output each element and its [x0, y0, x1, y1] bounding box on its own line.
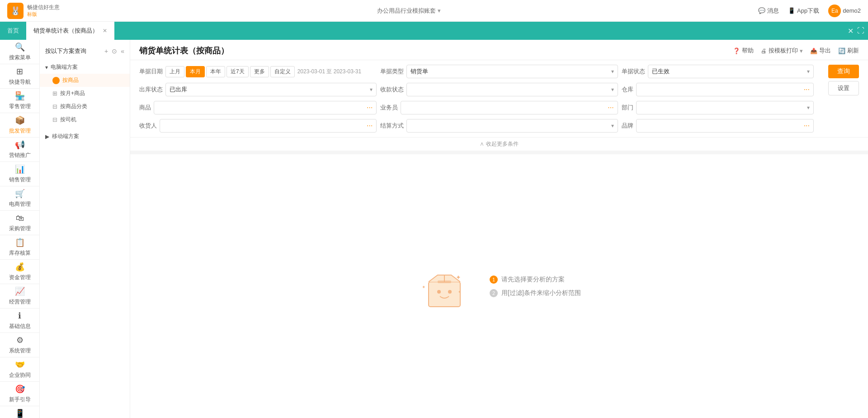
department-chevron-icon: ▾ — [807, 104, 810, 111]
last-month-btn[interactable]: 上月 — [165, 66, 184, 77]
sidebar-item-enterprise[interactable]: 🤝 企业协同 — [0, 357, 39, 382]
sidebar-item-search-menu[interactable]: 🔍 搜索菜单 — [0, 40, 39, 64]
brand-input[interactable]: ··· — [636, 119, 814, 133]
empty-step2: 2 用[过滤]条件来缩小分析范围 — [490, 289, 581, 297]
pc-section-arrow-icon: ▾ — [45, 64, 48, 71]
purchase-icon: 🛍 — [16, 214, 24, 223]
workspace-selector[interactable]: 办公用品行业模拟账套 ▾ — [377, 7, 441, 15]
newbie-icon: 🎯 — [15, 384, 25, 394]
tab-bar-right: ✕ ⛶ — [848, 22, 868, 40]
expand-window-icon[interactable]: ⛶ — [857, 27, 864, 35]
avatar: Ea — [828, 5, 841, 17]
filter-section: 单据日期 上月 本月 本年 近7天 更多 自定义 2023-03-01 至 20… — [130, 60, 868, 137]
filter-row-2: 出库状态 已出库 ▾ 收款状态 ▾ 仓库 — [139, 83, 859, 96]
panel-leaf-by-category[interactable]: ⊟ 按商品分类 — [40, 100, 130, 113]
sidebar-item-marketing[interactable]: 📢 营销推广 — [0, 138, 39, 162]
single-type-label: 单据类型 — [380, 67, 404, 76]
query-btn[interactable]: 查询 — [828, 65, 859, 78]
salesperson-input[interactable]: ··· — [401, 101, 618, 114]
export-btn[interactable]: 📤 导出 — [810, 47, 831, 55]
single-type-dropdown[interactable]: 销货单 ▾ — [406, 65, 618, 78]
more-btn[interactable]: 更多 — [250, 66, 269, 77]
last7days-btn[interactable]: 近7天 — [226, 66, 249, 77]
warehouse-dots-icon[interactable]: ··· — [804, 86, 810, 94]
sales-icon: 📊 — [15, 164, 25, 174]
sidebar-item-system[interactable]: ⚙ 系统管理 — [0, 333, 39, 357]
pc-section: ▾ 电脑端方案 按商品 ⊞ 按月+商品 ⊟ 按商品分类 ⊟ 按司机 — [40, 59, 130, 128]
tab-sales-stat[interactable]: 销货单统计表（按商品） ✕ — [26, 22, 114, 40]
sidebar-item-ecommerce[interactable]: 🛒 电商管理 — [0, 186, 39, 211]
this-year-btn[interactable]: 本年 — [206, 66, 225, 77]
sidebar-item-retail[interactable]: 🏪 零售管理 — [0, 89, 39, 113]
panel-leaf-by-product[interactable]: 按商品 — [40, 74, 130, 87]
panel-collapse-icon[interactable]: « — [121, 48, 124, 55]
appstore-icon: 📱 — [15, 408, 25, 418]
page-title-row: 销货单统计表（按商品） ❓ 帮助 🖨 按模板打印 ▾ 📤 导出 🔄 刷新 — [130, 40, 868, 60]
sidebar-item-inventory[interactable]: 📋 库存核算 — [0, 235, 39, 260]
left-panel: 按以下方案查询 + ⊙ « ▾ 电脑端方案 按商品 ⊞ 按月+商品 ⊟ — [40, 40, 130, 418]
close-window-icon[interactable]: ✕ — [848, 27, 854, 35]
receiver-dots-icon[interactable]: ··· — [367, 122, 373, 130]
department-dropdown[interactable]: ▾ — [636, 101, 814, 114]
sidebar-item-quick-nav[interactable]: ⊞ 快捷导航 — [0, 64, 39, 89]
sidebar-item-basic[interactable]: ℹ 基础信息 — [0, 309, 39, 333]
panel-leaf-by-driver[interactable]: ⊟ 按司机 — [40, 113, 130, 126]
help-btn[interactable]: ❓ 帮助 — [733, 47, 754, 55]
header-right: 💬 消息 📱 App下载 Ea demo2 — [758, 5, 861, 17]
product-label: 商品 — [139, 104, 151, 112]
message-icon: 💬 — [758, 7, 765, 14]
product-dots-icon[interactable]: ··· — [367, 104, 373, 112]
brand-dots-icon[interactable]: ··· — [804, 122, 810, 130]
sidebar-item-purchase[interactable]: 🛍 采购管理 — [0, 211, 39, 235]
delivery-status-dropdown[interactable]: 已出库 ▾ — [165, 83, 377, 96]
workspace-arrow-icon: ▾ — [438, 7, 441, 14]
single-date-filter: 单据日期 上月 本月 本年 近7天 更多 自定义 2023-03-01 至 20… — [139, 66, 377, 77]
export-icon: 📤 — [810, 48, 817, 54]
custom-btn[interactable]: 自定义 — [270, 66, 295, 77]
mobile-section: ▶ 移动端方案 — [40, 128, 130, 145]
warehouse-input[interactable]: ··· — [636, 83, 814, 96]
settings-btn[interactable]: 设置 — [828, 81, 859, 95]
department-label: 部门 — [622, 104, 633, 112]
system-icon: ⚙ — [16, 335, 24, 345]
receiver-input[interactable]: ··· — [160, 119, 377, 133]
delivery-status-chevron-icon: ▾ — [370, 86, 373, 93]
department-filter: 部门 ▾ — [622, 101, 859, 114]
panel-settings-icon[interactable]: ⊙ — [112, 48, 117, 55]
message-btn[interactable]: 💬 消息 — [758, 7, 779, 15]
marketing-icon: 📢 — [15, 140, 25, 150]
tab-home[interactable]: 首页 — [0, 22, 26, 40]
single-status-filter: 单据状态 已生效 ▾ — [622, 65, 859, 78]
settlement-filter: 结算方式 ▾ — [380, 119, 618, 133]
single-status-chevron-icon: ▾ — [807, 68, 810, 75]
collapse-bar[interactable]: ∧ 收起更多条件 — [130, 137, 868, 151]
pc-section-title[interactable]: ▾ 电脑端方案 — [40, 61, 130, 74]
this-month-btn[interactable]: 本月 — [186, 66, 205, 77]
by-product-dot-icon — [52, 77, 60, 84]
svg-point-3 — [437, 290, 441, 294]
help-icon: ❓ — [733, 48, 740, 54]
receipt-status-dropdown[interactable]: ▾ — [406, 83, 618, 96]
refresh-btn[interactable]: 🔄 刷新 — [838, 47, 859, 55]
user-menu[interactable]: Ea demo2 — [828, 5, 861, 17]
retail-icon: 🏪 — [15, 91, 25, 101]
sidebar-item-newbie[interactable]: 🎯 新手引导 — [0, 382, 39, 406]
panel-add-icon[interactable]: + — [104, 48, 108, 55]
tab-close-icon[interactable]: ✕ — [103, 28, 107, 34]
sidebar-item-appstore[interactable]: 📱 应用中心 — [0, 406, 39, 418]
panel-leaf-by-month-product[interactable]: ⊞ 按月+商品 — [40, 87, 130, 100]
content-area: 销货单统计表（按商品） ❓ 帮助 🖨 按模板打印 ▾ 📤 导出 🔄 刷新 — [130, 40, 868, 418]
sidebar-item-finance[interactable]: 💰 资金管理 — [0, 260, 39, 284]
salesperson-dots-icon[interactable]: ··· — [608, 104, 613, 112]
app-download-btn[interactable]: 📱 App下载 — [788, 7, 819, 15]
sidebar-item-sales[interactable]: 📊 销售管理 — [0, 162, 39, 186]
settlement-dropdown[interactable]: ▾ — [406, 119, 618, 133]
sidebar-item-wholesale[interactable]: 📦 批发管理 — [0, 113, 39, 138]
sidebar-item-operations[interactable]: 📈 经营管理 — [0, 284, 39, 309]
salesperson-label: 业务员 — [380, 104, 398, 112]
logo-area: 🐰 畅捷信好生意 标版 — [7, 3, 60, 19]
single-status-dropdown[interactable]: 已生效 ▾ — [648, 65, 814, 78]
product-input[interactable]: ··· — [154, 101, 377, 114]
mobile-section-title[interactable]: ▶ 移动端方案 — [40, 130, 130, 143]
template-print-btn[interactable]: 🖨 按模板打印 ▾ — [761, 47, 803, 55]
